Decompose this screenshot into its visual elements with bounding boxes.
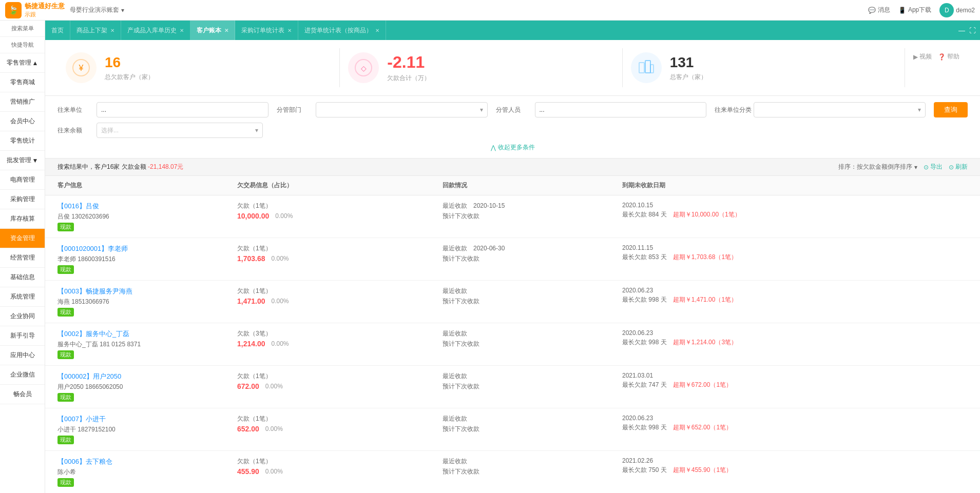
sidebar-item-retail-mgmt[interactable]: 零售管理 ▲: [0, 53, 45, 73]
app-name: 畅捷通好生意: [25, 2, 65, 11]
customer-info-3: 【0002】服务中心_丁磊 服务中心_丁磊 181 0125 8371 现款: [57, 329, 237, 359]
customer-info-5: 【0007】小进干 小进干 18279152100 现款: [57, 415, 237, 444]
sort-select[interactable]: 排序：按欠款金额倒序排序 ▾: [838, 163, 917, 171]
filter-unit-category: 往来单位分类 ▾: [715, 102, 926, 117]
tab-production[interactable]: 产成品入库单历史 ✕: [121, 21, 190, 40]
dept-label: 分管部门: [277, 106, 313, 114]
max-overdue-6: 最长欠款 750 天 超期￥455.90（1笔）: [622, 466, 968, 475]
next-pay-0: 预计下次收款: [443, 212, 622, 221]
from-unit-dots: ...: [101, 106, 106, 113]
help-btn[interactable]: ❓ 帮助: [938, 52, 959, 61]
sidebar-item-newbie[interactable]: 新手引导: [0, 326, 45, 346]
tab-inbound-stat-close[interactable]: ✕: [375, 28, 379, 33]
tab-customer-ledger-close[interactable]: ✕: [224, 28, 228, 33]
next-pay-1: 预计下次收款: [443, 254, 622, 263]
tab-purchase-order[interactable]: 采购订单统计表 ✕: [235, 21, 298, 40]
tabs-maximize-icon[interactable]: ⛶: [969, 27, 976, 34]
sidebar-item-vip[interactable]: 畅会员: [0, 385, 45, 404]
overdue-link-3[interactable]: 超期￥1,214.00（3笔）: [673, 339, 737, 346]
recovery-info-0: 最近收款 2020-10-15 预计下次收款: [443, 202, 622, 231]
col-customer-info: 客户信息: [57, 181, 237, 190]
sidebar-item-member[interactable]: 会员中心: [0, 112, 45, 131]
tab-products[interactable]: 商品上下架 ✕: [70, 21, 121, 40]
sidebar-item-batch-mgmt[interactable]: 批发管理 ▼: [0, 151, 45, 170]
overdue-link-2[interactable]: 超期￥1,471.00（1笔）: [673, 296, 737, 303]
customer-tag-6: 现款: [57, 478, 74, 487]
recovery-info-2: 最近收款 预计下次收款: [443, 287, 622, 317]
collapse-row[interactable]: ⋀ 收起更多条件: [57, 143, 968, 152]
sidebar-item-marketing[interactable]: 营销推广: [0, 92, 45, 112]
view-video-btn[interactable]: ▶ 视频: [913, 52, 932, 61]
table-row: 【0006】去下粮仓 陈小希 现款 欠款（1笔） 455.90 0.00%: [45, 451, 980, 493]
customer-name-0[interactable]: 【0016】吕俊: [57, 202, 237, 211]
customer-name-2[interactable]: 【0003】畅捷服务尹海燕: [57, 287, 237, 296]
company-select[interactable]: 母婴行业演示账套 ▾: [70, 6, 124, 14]
export-btn[interactable]: ⊙ 导出: [924, 163, 943, 171]
sidebar-item-ops[interactable]: 经营管理: [0, 248, 45, 268]
sidebar-item-enterprise-wx[interactable]: 企业微信: [0, 365, 45, 385]
customer-name-6[interactable]: 【0006】去下粮仓: [57, 457, 237, 466]
sidebar-item-retail-stat[interactable]: 零售统计: [0, 131, 45, 151]
overdue-link-5[interactable]: 超期￥652.00（1笔）: [673, 424, 732, 431]
col-recovery: 回款情况: [443, 181, 622, 190]
from-unit-input[interactable]: ...: [97, 102, 268, 117]
debt-info-6: 欠款（1笔） 455.90 0.00%: [237, 457, 443, 487]
tab-customer-ledger[interactable]: 客户账本 ✕: [190, 21, 235, 40]
tab-production-close[interactable]: ✕: [180, 28, 184, 33]
person-input[interactable]: ...: [535, 102, 707, 117]
customer-detail-2: 海燕 18513066976: [57, 298, 237, 306]
customer-name-5[interactable]: 【0007】小进干: [57, 415, 237, 424]
sidebar-item-app-center[interactable]: 应用中心: [0, 346, 45, 365]
debt-customers-info: 16 总欠款客户（家）: [105, 54, 331, 82]
overdue-link-0[interactable]: 超期￥10,000.00（1笔）: [673, 211, 741, 218]
unit-category-select[interactable]: ▾: [754, 102, 926, 117]
sidebar-item-retail-mall[interactable]: 零售商城: [0, 73, 45, 92]
tab-inbound-stat[interactable]: 进货单统计表（按商品） ✕: [298, 21, 386, 40]
refresh-icon: ⊙: [949, 164, 954, 171]
stats-actions: ▶ 视频 ❓ 帮助: [905, 48, 968, 87]
debt-row-3: 1,214.00 0.00%: [237, 340, 443, 348]
sidebar-quick-nav[interactable]: 快捷导航: [0, 37, 45, 53]
user-avatar-btn[interactable]: D demo2: [939, 3, 975, 17]
overdue-link-6[interactable]: 超期￥455.90（1笔）: [673, 466, 732, 474]
tab-inbound-stat-label: 进货单统计表（按商品）: [304, 26, 372, 35]
balance-select[interactable]: 选择... ▾: [97, 123, 263, 138]
sort-label: 排序：按欠款金额倒序排序: [838, 163, 912, 171]
from-unit-label: 往来单位: [57, 106, 93, 114]
due-date-4: 2021.03.01: [622, 372, 968, 379]
customer-tag-3: 现款: [57, 350, 74, 359]
debt-info-0: 欠款（1笔） 10,000.00 0.00%: [237, 202, 443, 231]
refresh-btn[interactable]: ⊙ 刷新: [949, 163, 968, 171]
sidebar-search[interactable]: 搜索菜单: [0, 21, 45, 37]
app-download-btn[interactable]: 📱 App下载: [898, 6, 931, 14]
tabs-minimize-icon[interactable]: —: [958, 27, 965, 34]
company-dropdown-icon: ▾: [121, 7, 124, 14]
customer-name-1[interactable]: 【0001020001】李老师: [57, 244, 237, 253]
sidebar-item-purchase[interactable]: 采购管理: [0, 190, 45, 209]
messages-btn[interactable]: 💬 消息: [868, 6, 890, 14]
customer-name-3[interactable]: 【0002】服务中心_丁磊: [57, 329, 237, 339]
debt-amount-6: 455.90: [237, 467, 259, 476]
sidebar-item-system[interactable]: 系统管理: [0, 287, 45, 307]
sidebar-item-capital[interactable]: 资金管理: [0, 229, 45, 248]
dept-select[interactable]: ▾: [316, 102, 488, 117]
tab-purchase-order-close[interactable]: ✕: [287, 28, 292, 33]
collapse-label: 收起更多条件: [498, 143, 535, 152]
sidebar-item-basic[interactable]: 基础信息: [0, 268, 45, 287]
table-row: 【000002】用户2050 用户2050 18665062050 现款 欠款（…: [45, 366, 980, 408]
sidebar-item-inventory[interactable]: 库存核算: [0, 209, 45, 229]
overdue-info-5: 2020.06.23 最长欠款 998 天 超期￥652.00（1笔）: [622, 415, 968, 444]
table-header: 客户信息 欠交易信息（占比） 回款情况 到期未收款日期: [45, 176, 980, 195]
tab-home[interactable]: 首页: [45, 21, 70, 40]
debt-info-4: 欠款（1笔） 672.00 0.00%: [237, 372, 443, 402]
search-button[interactable]: 查询: [934, 102, 968, 117]
customer-name-4[interactable]: 【000002】用户2050: [57, 372, 237, 381]
svg-rect-4: [639, 63, 644, 73]
sidebar-item-enterprise[interactable]: 企业协同: [0, 307, 45, 326]
tab-products-close[interactable]: ✕: [110, 28, 114, 33]
sidebar-item-ecommerce[interactable]: 电商管理: [0, 170, 45, 190]
customer-tag-2: 现款: [57, 308, 74, 317]
overdue-link-1[interactable]: 超期￥1,703.68（1笔）: [673, 253, 737, 261]
overdue-link-4[interactable]: 超期￥672.00（1笔）: [673, 381, 732, 388]
total-customers-info: 131 总客户（家）: [670, 54, 896, 82]
